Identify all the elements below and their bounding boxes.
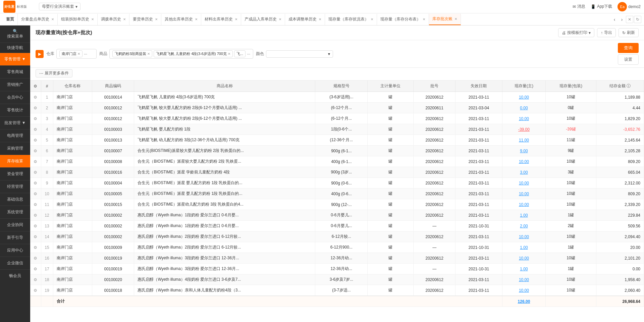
row-qty-main[interactable]: 3.00	[502, 167, 546, 178]
tab-close-cailiao[interactable]: ✕	[235, 17, 237, 21]
sidebar-item-system[interactable]: 系统管理	[0, 206, 30, 218]
sidebar-item-ecommerce[interactable]: 电商管理	[0, 129, 30, 142]
row-qty-main[interactable]: 10.00	[502, 253, 546, 264]
setting-btn[interactable]: 设置	[618, 54, 639, 65]
tab-zuzhuang[interactable]: 组装拆卸单历史 ✕	[58, 14, 98, 25]
more-icon[interactable]: ···	[84, 52, 87, 56]
sidebar-search[interactable]: 🔍 搜索菜单	[0, 25, 30, 43]
sidebar-item-operation[interactable]: 经营管理	[0, 180, 30, 193]
row-qty-main[interactable]: 10.00	[502, 199, 546, 210]
tab-refresh-btn[interactable]: ↻	[634, 16, 641, 23]
row-qty-main[interactable]: 10.00	[502, 113, 546, 124]
row-settings-icon[interactable]: ⚙	[30, 92, 41, 103]
row-settings-icon[interactable]: ⚙	[30, 210, 41, 221]
tab-cailiao[interactable]: 材料出库单历史 ✕	[201, 14, 241, 25]
row-settings-icon[interactable]: ⚙	[30, 221, 41, 231]
tab-close-yaohuo[interactable]: ✕	[155, 17, 158, 21]
sidebar-item-member[interactable]: 会员中心	[0, 91, 30, 104]
row-settings-icon[interactable]: ⚙	[30, 124, 41, 135]
row-settings-icon[interactable]: ⚙	[30, 242, 41, 253]
row-settings-icon[interactable]: ⚙	[30, 103, 41, 113]
tab-kucun-pici[interactable]: 库存批次账 ✕	[429, 14, 461, 25]
row-qty-main[interactable]: 10.00	[502, 231, 546, 242]
tab-close-qita[interactable]: ✕	[195, 17, 198, 21]
tab-chengben[interactable]: 成本调整单历史 ✕	[285, 14, 325, 25]
tab-close-fenliang[interactable]: ✕	[51, 17, 54, 21]
row-settings-icon[interactable]: ⚙	[30, 113, 41, 124]
row-settings-icon[interactable]: ⚙	[30, 178, 41, 189]
tab-close-diaobo[interactable]: ✕	[123, 17, 126, 21]
sidebar-item-purchase[interactable]: 采购管理	[0, 142, 30, 155]
sidebar-item-marketing[interactable]: 营销推广	[0, 78, 30, 91]
tab-diaobo[interactable]: 调拨单历史 ✕	[98, 14, 129, 25]
tab-chancheng[interactable]: 产成品入库单历史 ✕	[241, 14, 285, 25]
goods-input[interactable]: 飞鹤奶粉3段两提装 ✕ 飞鹤星飞帆 儿童奶粉 4段(3-6岁适用) 700克 ✕…	[109, 49, 253, 59]
row-settings-icon[interactable]: ⚙	[30, 231, 41, 242]
filter-toggle-btn[interactable]: ▶	[36, 50, 44, 58]
row-settings-icon[interactable]: ⚙	[30, 264, 41, 274]
row-qty-main[interactable]: 1.00	[502, 242, 546, 253]
sidebar-item-guide[interactable]: 新手引导	[0, 231, 30, 244]
tab-next-btn[interactable]: ›	[619, 16, 625, 23]
query-btn[interactable]: 查询	[618, 43, 639, 53]
row-qty-main[interactable]: 9.00	[502, 146, 546, 156]
row-qty-main[interactable]: 1.00	[502, 210, 546, 221]
row-settings-icon[interactable]: ⚙	[30, 146, 41, 156]
sidebar-item-basic[interactable]: 基础信息	[0, 193, 30, 206]
warehouse-tag-close[interactable]: ✕	[77, 52, 80, 56]
export-btn[interactable]: ↑ 导出	[597, 28, 616, 37]
row-qty-main[interactable]: 1.00	[502, 264, 546, 274]
row-qty-main[interactable]: 10.00	[502, 285, 546, 296]
tab-close-kucun[interactable]: ✕	[454, 17, 457, 21]
row-settings-icon[interactable]: ⚙	[30, 253, 41, 264]
expand-more-btn[interactable]: ⋯ 展开更多条件	[36, 69, 72, 77]
sidebar-item-finance[interactable]: 资金管理	[0, 167, 30, 180]
tab-close-chengben[interactable]: ✕	[319, 17, 321, 21]
sidebar-item-wholesale[interactable]: 批发管理 ▼	[0, 116, 30, 129]
sidebar-item-corp[interactable]: 企业协同	[0, 218, 30, 231]
row-settings-icon[interactable]: ⚙	[30, 167, 41, 178]
row-qty-main[interactable]: -39.00	[502, 124, 546, 135]
tab-xiancun2[interactable]: 现存量（库存分布表） ✕	[377, 14, 429, 25]
message-btn[interactable]: ✉ 消息	[573, 4, 585, 9]
row-settings-icon[interactable]: ⚙	[30, 199, 41, 210]
tab-close-xiancun1[interactable]: ✕	[371, 17, 373, 21]
goods-more-icon[interactable]: ···	[247, 52, 250, 56]
refresh-btn[interactable]: ↻ 刷新	[619, 28, 639, 37]
row-settings-icon[interactable]: ⚙	[30, 156, 41, 167]
row-settings-icon[interactable]: ⚙	[30, 274, 41, 285]
row-qty-main[interactable]: 10.00	[502, 189, 546, 199]
row-settings-icon[interactable]: ⚙	[30, 135, 41, 146]
tab-fenliang[interactable]: 分量盘点单历史 ✕	[18, 14, 58, 25]
sidebar-item-app-center[interactable]: 应用中心	[0, 244, 30, 257]
tab-yaohuo[interactable]: 要货单历史 ✕	[129, 14, 161, 25]
sidebar-item-retail-shop[interactable]: 零售商城	[0, 65, 30, 78]
sidebar-quick-nav[interactable]: 快捷导航	[0, 43, 30, 53]
row-qty-main[interactable]: 10.00	[502, 274, 546, 285]
tab-qita[interactable]: 其他出库单历史 ✕	[161, 14, 201, 25]
row-qty-main[interactable]: 0.00	[502, 103, 546, 113]
tab-xiancun1[interactable]: 现存量（库存状况表） ✕	[325, 14, 377, 25]
color-input[interactable]: ▾	[266, 50, 333, 58]
row-qty-main[interactable]: 10.00	[502, 156, 546, 167]
goods-tag2-close[interactable]: ✕	[228, 52, 230, 56]
industry-selector[interactable]: 母婴行业演示账套 ▾	[39, 3, 80, 10]
user-menu[interactable]: Ea demo2	[618, 2, 641, 11]
row-settings-icon[interactable]: ⚙	[30, 189, 41, 199]
sidebar-item-retail-stat[interactable]: 零售统计	[0, 104, 30, 116]
tab-home[interactable]: 首页	[3, 14, 18, 25]
app-download-btn[interactable]: 📱 App下载	[591, 4, 612, 9]
sidebar-item-inventory[interactable]: 库存核算	[0, 155, 30, 167]
row-settings-icon[interactable]: ⚙	[30, 285, 41, 296]
goods-tag1-close[interactable]: ✕	[147, 52, 150, 56]
template-print-btn[interactable]: 🖨 按模板打印 ▾	[558, 28, 594, 37]
warehouse-input[interactable]: 南岸门店 ✕ ···	[56, 49, 97, 59]
tab-prev-btn[interactable]: ‹	[611, 16, 618, 23]
row-qty-main[interactable]: 2.00	[502, 221, 546, 231]
tab-close-all-btn[interactable]: ✕	[626, 16, 633, 23]
sidebar-item-wechat[interactable]: 企业微信	[0, 257, 30, 269]
tab-close-zuzhuang[interactable]: ✕	[91, 17, 94, 21]
sidebar-item-retail[interactable]: 零售管理 ▼	[0, 53, 30, 65]
tab-close-xiancun2[interactable]: ✕	[423, 17, 425, 21]
sidebar-item-changyuanvip[interactable]: 畅会员	[0, 269, 30, 282]
